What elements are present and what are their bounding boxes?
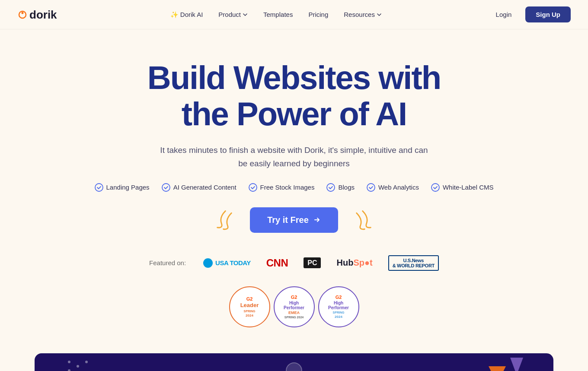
login-button[interactable]: Login xyxy=(487,7,521,22)
svg-point-9 xyxy=(68,361,70,363)
navbar: dorik ✨ Dorik AI Product Templates Prici… xyxy=(0,0,588,29)
featured-logos: USA TODAY CNN PC HubSp●t U.S.News& WORLD… xyxy=(203,255,439,271)
nav-item-product[interactable]: Product xyxy=(212,7,254,22)
usa-today-dot xyxy=(203,258,213,268)
cta-wrapper: Try it Free xyxy=(9,207,579,233)
badge-leader: G2 Leader SPRING 2024 xyxy=(229,286,270,327)
logo-pc-mag[interactable]: PC xyxy=(304,259,321,267)
nav-item-templates[interactable]: Templates xyxy=(257,7,299,22)
logo[interactable]: dorik xyxy=(17,7,65,22)
check-icon xyxy=(249,183,257,192)
hero-subtitle: It takes minutes to finish a website wit… xyxy=(156,144,432,170)
logo-usa-today[interactable]: USA TODAY xyxy=(203,258,251,268)
squiggle-right-decoration xyxy=(355,208,385,232)
feature-ai-content: AI Generated Content xyxy=(162,183,236,192)
svg-point-5 xyxy=(249,184,257,191)
hero-title: Build Websites with the Power of AI xyxy=(9,60,579,132)
check-icon xyxy=(326,183,335,192)
svg-point-6 xyxy=(327,184,335,191)
featured-section: Featured on: USA TODAY CNN PC HubSp●t U.… xyxy=(9,255,579,271)
svg-point-8 xyxy=(431,184,439,191)
signup-button[interactable]: Sign Up xyxy=(525,6,571,22)
check-icon xyxy=(367,183,375,192)
try-it-free-button[interactable]: Try it Free xyxy=(250,207,338,233)
svg-point-3 xyxy=(95,184,103,191)
chevron-down-icon xyxy=(243,12,248,17)
preview-decoration xyxy=(35,353,553,371)
logo-us-news[interactable]: U.S.News& WORLD REPORT xyxy=(388,255,439,271)
nav-item-dorik-ai[interactable]: ✨ Dorik AI xyxy=(164,7,209,22)
features-row: Landing Pages AI Generated Content Free … xyxy=(9,183,579,192)
svg-text:dorik: dorik xyxy=(29,8,57,21)
chevron-down-icon xyxy=(377,12,382,17)
svg-marker-15 xyxy=(510,358,523,371)
feature-white-label: White-Label CMS xyxy=(431,183,494,192)
svg-point-2 xyxy=(22,12,24,14)
logo-cnn[interactable]: CNN xyxy=(266,257,288,269)
logo-hubspot[interactable]: HubSp●t xyxy=(336,258,372,268)
feature-landing-pages: Landing Pages xyxy=(95,183,150,192)
nav-item-resources[interactable]: Resources xyxy=(338,7,388,22)
svg-point-4 xyxy=(162,184,170,191)
svg-point-11 xyxy=(85,361,88,363)
feature-blogs: Blogs xyxy=(326,183,355,192)
badge-high-performer-emea: G2 HighPerformer EMEA SPRING 2024 xyxy=(274,286,315,327)
check-icon xyxy=(162,183,170,192)
hero-section: Build Websites with the Power of AI It t… xyxy=(0,29,588,353)
svg-point-16 xyxy=(286,363,302,371)
feature-web-analytics: Web Analytics xyxy=(367,183,419,192)
bottom-preview-section xyxy=(35,353,553,371)
squiggle-left-decoration xyxy=(203,208,233,232)
svg-point-7 xyxy=(367,184,375,191)
check-icon xyxy=(95,183,103,192)
feature-stock-images: Free Stock Images xyxy=(249,183,315,192)
nav-item-pricing[interactable]: Pricing xyxy=(302,7,334,22)
svg-marker-14 xyxy=(489,366,506,371)
svg-point-10 xyxy=(77,365,79,368)
logo-svg: dorik xyxy=(17,7,65,22)
badge-high-performer-2024: G2 HighPerformer SPRING 2024 xyxy=(318,286,359,327)
arrow-right-icon xyxy=(313,216,321,224)
svg-point-12 xyxy=(68,369,70,371)
featured-label: Featured on: xyxy=(149,259,186,266)
nav-actions: Login Sign Up xyxy=(487,6,571,22)
badges-section: G2 Leader SPRING 2024 G2 HighPerformer E… xyxy=(9,286,579,327)
check-icon xyxy=(431,183,440,192)
nav-links: ✨ Dorik AI Product Templates Pricing Res… xyxy=(164,7,388,22)
